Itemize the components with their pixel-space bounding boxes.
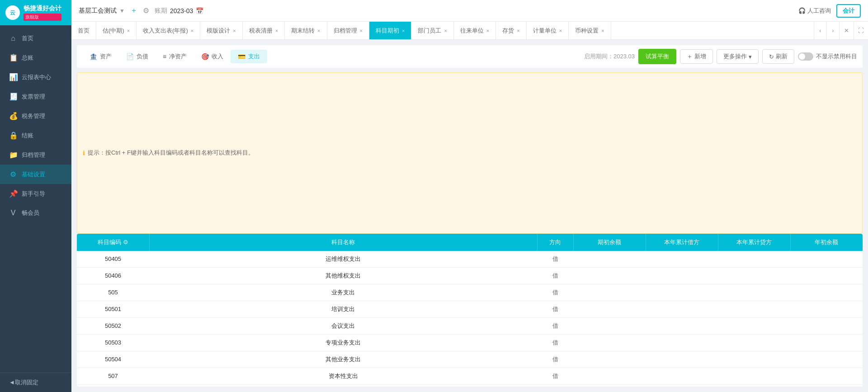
subtab-net-asset-label: 净资产 (169, 52, 187, 61)
col-code-settings-icon[interactable]: ⚙ (123, 239, 128, 246)
cell-ytd-credit (718, 317, 790, 334)
topbar-settings-icon[interactable]: ⚙ (143, 6, 149, 15)
user-role-button[interactable]: 会计 (836, 4, 861, 18)
cell-opening-balance (573, 301, 646, 317)
col-code-label: 科目编码 (98, 239, 121, 246)
sidebar-item-invoice-label: 发票管理 (22, 93, 45, 101)
sidebar-item-ledger[interactable]: 📋 总账 (0, 48, 71, 67)
cell-direction: 借 (537, 368, 573, 384)
sidebar-pin-toggle[interactable]: ◄取消固定 (0, 373, 71, 392)
tab-archive-close[interactable]: × (360, 28, 363, 33)
disable-subject-toggle[interactable] (798, 52, 813, 61)
data-table-wrap: 科目编码 ⚙ 科目名称 方向 期初余额 本年累计借方 本年累计贷方 年初余额 (77, 234, 863, 387)
tab-subject-init[interactable]: 科目期初 × (369, 22, 411, 40)
tab-archive[interactable]: 归档管理 × (327, 22, 369, 40)
subtab-net-asset[interactable]: ≡ 净资产 (156, 50, 194, 63)
table-row[interactable]: 50503 专项业务支出 借 (77, 334, 863, 351)
table-row[interactable]: 50405 运维维权支出 借 (77, 251, 863, 268)
table-row[interactable]: 50406 其他维权支出 借 (77, 267, 863, 284)
subtab-income[interactable]: 🎯 收入 (194, 50, 231, 63)
net-asset-icon: ≡ (163, 53, 166, 60)
company-dropdown-icon[interactable]: ▼ (119, 8, 125, 14)
calendar-icon[interactable]: 📅 (196, 7, 203, 14)
more-ops-button[interactable]: 更多操作 ▾ (717, 49, 759, 64)
pin-toggle-label: ◄取消固定 (9, 378, 38, 387)
tab-period-end[interactable]: 期末结转 × (285, 22, 327, 40)
tab-subject-init-close[interactable]: × (402, 28, 405, 33)
topbar: 基层工会测试 ▼ ＋ ⚙ 账期 2023-03 📅 🎧 人工咨询 会计 (71, 0, 868, 22)
tab-stock-close[interactable]: × (517, 28, 519, 33)
tabbar-expand-button[interactable]: ⛶ (854, 22, 868, 40)
cell-ytd-debit (646, 251, 718, 268)
company-name: 基层工会测试 (79, 7, 117, 15)
tab-units-close[interactable]: × (486, 28, 489, 33)
tab-annual-close[interactable]: × (191, 28, 193, 33)
cell-ytd-debit (646, 334, 718, 351)
tab-home[interactable]: 首页 (71, 22, 96, 40)
period-selector[interactable]: 账期 2023-03 📅 (155, 7, 203, 15)
table-row[interactable]: 505 业务支出 借 (77, 284, 863, 301)
sidebar-item-invoice[interactable]: 🧾 发票管理 (0, 87, 71, 106)
add-label: 新增 (694, 52, 706, 61)
cell-direction: 借 (537, 384, 573, 387)
tab-units[interactable]: 往来单位 × (454, 22, 496, 40)
sidebar-item-ledger-label: 总账 (22, 54, 33, 62)
tab-unit-measure[interactable]: 计量单位 × (527, 22, 569, 40)
tab-stock[interactable]: 存货 × (496, 22, 526, 40)
support-button[interactable]: 🎧 人工咨询 (798, 7, 831, 15)
table-row[interactable]: 50501 培训支出 借 (77, 301, 863, 317)
sidebar-item-report[interactable]: 📊 云报表中心 (0, 67, 71, 87)
account-subtabs: 🏦 资产 📄 负债 ≡ 净资产 🎯 收入 💳 支出 启用期间：2023.03 (77, 45, 863, 68)
subtab-expense[interactable]: 💳 支出 (231, 50, 267, 63)
cell-ytd-credit (718, 351, 790, 368)
tab-unit-measure-close[interactable]: × (559, 28, 562, 33)
tabbar-prev-button[interactable]: ‹ (814, 22, 826, 40)
calc-balance-button[interactable]: 试算平衡 (638, 49, 676, 64)
tab-template-close[interactable]: × (233, 28, 236, 33)
table-container[interactable]: 科目编码 ⚙ 科目名称 方向 期初余额 本年累计借方 本年累计贷方 年初余额 (77, 234, 863, 387)
tab-mid-label: 估(中期) (103, 27, 124, 35)
sidebar-item-tax[interactable]: 💰 税务管理 (0, 106, 71, 126)
tab-dept-close[interactable]: × (444, 28, 447, 33)
col-header-ytd-debit: 本年累计借方 (646, 234, 718, 251)
table-row[interactable]: 507 资本性支出 借 (77, 368, 863, 384)
tab-currency[interactable]: 币种设置 × (569, 22, 611, 40)
sidebar-item-close[interactable]: 🔒 结账 (0, 126, 71, 145)
table-row[interactable]: 50701 房屋建筑物购建 借 (77, 384, 863, 387)
tab-currency-label: 币种设置 (575, 27, 599, 35)
sidebar-item-guide[interactable]: 📌 新手引导 (0, 184, 71, 203)
sidebar-menu: ⌂ 首页 📋 总账 📊 云报表中心 🧾 发票管理 💰 税务管理 🔒 结账 📁 归… (0, 25, 71, 373)
cell-ytd-balance (790, 301, 863, 317)
tab-tax-close[interactable]: × (275, 28, 278, 33)
cell-ytd-balance (790, 284, 863, 301)
tab-mid-close[interactable]: × (127, 28, 130, 33)
tab-dept[interactable]: 部门员工 × (411, 22, 453, 40)
tab-annual[interactable]: 收入支出表(年报) × (137, 22, 200, 40)
tabbar-next-button[interactable]: › (826, 22, 839, 40)
tab-currency-close[interactable]: × (601, 28, 604, 33)
add-button[interactable]: ＋ 新增 (680, 49, 713, 64)
sidebar-item-archive[interactable]: 📁 归档管理 (0, 145, 71, 165)
tab-period-end-close[interactable]: × (317, 28, 320, 33)
refresh-button[interactable]: ↻ 刷新 (762, 49, 794, 64)
cell-ytd-balance (790, 368, 863, 384)
tabbar-close-button[interactable]: ✕ (839, 22, 854, 40)
tab-template[interactable]: 模版设计 × (200, 22, 242, 40)
tab-mid[interactable]: 估(中期) × (96, 22, 137, 40)
sidebar-item-home[interactable]: ⌂ 首页 (0, 29, 71, 48)
cell-code: 50504 (77, 351, 149, 368)
add-company-button[interactable]: ＋ (130, 6, 137, 15)
subtab-asset[interactable]: 🏦 资产 (82, 50, 119, 63)
table-row[interactable]: 50504 其他业务支出 借 (77, 351, 863, 368)
table-row[interactable]: 50502 会议支出 借 (77, 317, 863, 334)
sidebar-item-archive-label: 归档管理 (22, 151, 45, 159)
expense-icon: 💳 (238, 53, 245, 60)
subtab-liability[interactable]: 📄 负债 (119, 50, 156, 63)
sidebar: 云 畅捷通好会计 旗舰版 ⌂ 首页 📋 总账 📊 云报表中心 🧾 发票管理 💰 … (0, 0, 71, 392)
hint-icon: ℹ (83, 150, 85, 156)
company-selector[interactable]: 基层工会测试 ▼ (79, 7, 125, 15)
sidebar-item-member[interactable]: V 畅会员 (0, 203, 71, 222)
sidebar-item-settings[interactable]: ⚙ 基础设置 (0, 165, 71, 184)
tab-tax[interactable]: 税表清册 × (243, 22, 285, 40)
tab-annual-label: 收入支出表(年报) (143, 27, 188, 35)
